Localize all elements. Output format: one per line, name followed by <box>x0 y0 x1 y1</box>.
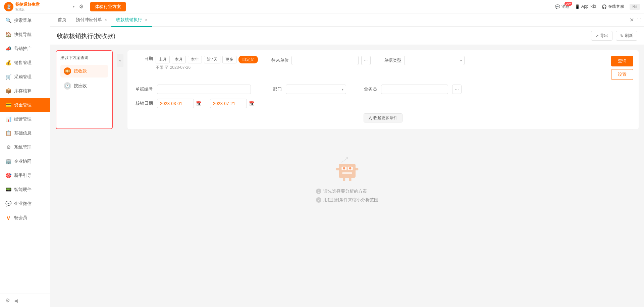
dept-select[interactable] <box>286 85 346 94</box>
sidebar-item-enterprise[interactable]: 🏢 企业协同 <box>0 154 50 168</box>
top-bar: 🐰 畅捷通好生意 标准版 placeholder ▾ ⚙ 体验行业方案 💬 消息… <box>0 0 644 13</box>
main-content: 首页 预付冲应付单 × 收款核销执行 × ✕ ⛶ 收款核销执行(按收款) <box>50 13 644 307</box>
sidebar-item-beginner[interactable]: 🎯 新手引导 <box>0 168 50 183</box>
date-7days-btn[interactable]: 近7天 <box>204 56 220 63</box>
tab-receipt-cancel-close[interactable]: × <box>145 18 147 22</box>
sidebar-item-quick-nav[interactable]: 🏠 快捷导航 <box>0 28 50 42</box>
dept-label: 部门 <box>262 86 282 92</box>
counterpart-input[interactable] <box>291 56 359 65</box>
date-custom-badge[interactable]: 自定义 <box>238 56 258 63</box>
svg-point-4 <box>349 167 352 169</box>
date-label: 日期 <box>133 56 153 62</box>
date-more-btn[interactable]: 更多 <box>222 56 236 63</box>
brand-arrow: ▾ <box>73 4 75 9</box>
empty-state: 1 请先选择要分析的方案 2 用[过滤]条件来缩小分析范围 <box>56 129 639 230</box>
logo-text: 畅捷通好生意 标准版 <box>15 2 40 12</box>
page: 收款核销执行(按收款) ↗ 导出 ↻ 刷新 按以 <box>50 27 644 307</box>
member-icon: V <box>5 215 11 221</box>
finance-icon: 💳 <box>5 102 11 108</box>
tab-bar: 首页 预付冲应付单 × 收款核销执行 × ✕ ⛶ <box>50 13 644 27</box>
tab-home[interactable]: 首页 <box>53 13 71 27</box>
tab-prepay[interactable]: 预付冲应付单 × <box>71 13 111 27</box>
sidebar-item-purchase[interactable]: 🛒 采购管理 <box>0 70 50 84</box>
purchase-icon: 🛒 <box>5 74 11 80</box>
tab-prepay-close[interactable]: × <box>105 18 107 22</box>
doc-type-label: 单据类型 <box>381 57 401 63</box>
export-btn[interactable]: ↗ 导出 <box>591 31 612 41</box>
top-bar-right: 💬 消息 99+ 📱 App下载 🎧 在线客服 Rit <box>555 4 640 10</box>
collapse-more-btn[interactable]: ⋀ 收起更多条件 <box>364 113 402 122</box>
empty-tip-1: 1 请先选择要分析的方案 <box>316 188 378 194</box>
message-icon: 💬 <box>555 4 560 9</box>
filter-collapse-btn[interactable]: « <box>117 54 123 67</box>
verify-date-start-input[interactable] <box>157 99 194 108</box>
sidebar-item-wechat[interactable]: 💬 企业微信 <box>0 197 50 211</box>
verify-date-end-input[interactable] <box>210 99 247 108</box>
verify-date-start-cal-icon[interactable]: 📅 <box>196 101 202 106</box>
date-this-month-btn[interactable]: 本月 <box>172 56 186 63</box>
window-expand-btn[interactable]: ⛶ <box>637 17 641 23</box>
online-service-item[interactable]: 🎧 在线客服 <box>602 4 624 9</box>
date-last-month-btn[interactable]: 上月 <box>156 56 170 63</box>
sidebar-item-business[interactable]: 📊 经营管理 <box>0 112 50 126</box>
doc-no-label: 单据编号 <box>133 86 153 92</box>
sidebar-collapse-icon[interactable]: ◀ <box>14 298 18 303</box>
doc-type-select[interactable] <box>404 56 465 65</box>
sidebar-item-member[interactable]: V 畅会员 <box>0 211 50 225</box>
collapse-up-icon: ⋀ <box>369 116 372 120</box>
sidebar-item-basic-info[interactable]: 📋 基础信息 <box>0 126 50 140</box>
message-icon-item[interactable]: 💬 消息 99+ <box>555 4 570 9</box>
beginner-icon: 🎯 <box>5 172 11 178</box>
staff-input[interactable] <box>381 85 448 94</box>
filter-left: 按以下方案查询 💴 按收款 🕐 按应收 <box>56 50 113 129</box>
sidebar: 🔍 搜索菜单 🏠 快捷导航 📣 营销推广 💰 销售管理 🛒 采购管理 📦 库存核… <box>0 13 50 307</box>
verify-date-end-cal-icon[interactable]: 📅 <box>249 101 255 106</box>
sidebar-item-search[interactable]: 🔍 搜索菜单 <box>0 13 50 28</box>
user-name[interactable]: Rit <box>630 4 640 10</box>
date-this-year-btn[interactable]: 本年 <box>188 56 202 63</box>
window-close-btn[interactable]: ✕ <box>630 17 634 23</box>
sidebar-item-system[interactable]: ⚙ 系统管理 <box>0 140 50 154</box>
tab-receipt-cancel[interactable]: 收款核销执行 × <box>111 13 152 27</box>
content-area: 按以下方案查询 💴 按收款 🕐 按应收 « <box>50 45 644 235</box>
page-header-actions: ↗ 导出 ↻ 刷新 <box>591 31 637 45</box>
sidebar-item-hardware[interactable]: 📟 智能硬件 <box>0 183 50 197</box>
settings-btn[interactable]: 设置 <box>611 69 633 80</box>
service-icon: 🎧 <box>602 4 607 9</box>
tip-num-2: 2 <box>316 197 321 203</box>
doc-no-input[interactable] <box>157 85 251 94</box>
empty-tips: 1 请先选择要分析的方案 2 用[过滤]条件来缩小分析范围 <box>316 188 378 203</box>
filter-option-by-receipt[interactable]: 💴 按收款 <box>60 65 108 78</box>
sidebar-item-inventory[interactable]: 📦 库存核算 <box>0 84 50 98</box>
enterprise-icon: 🏢 <box>5 158 11 164</box>
logo-icon: 🐰 <box>4 2 13 11</box>
sidebar-item-sales[interactable]: 💰 销售管理 <box>0 56 50 70</box>
query-btn[interactable]: 查询 <box>611 56 633 66</box>
filter-option-by-receivable[interactable]: 🕐 按应收 <box>60 80 108 92</box>
hardware-icon: 📟 <box>5 187 11 193</box>
date-separator: — <box>204 101 208 106</box>
app-download-item[interactable]: 📱 App下载 <box>575 4 596 9</box>
wechat-icon: 💬 <box>5 201 11 207</box>
sidebar-item-finance[interactable]: 💳 资金管理 <box>0 98 50 112</box>
sidebar-item-marketing[interactable]: 📣 营销推广 <box>0 42 50 56</box>
sidebar-settings-icon[interactable]: ⚙ <box>5 297 10 304</box>
svg-rect-9 <box>349 178 352 181</box>
svg-rect-0 <box>339 164 356 178</box>
action-buttons: 查询 设置 <box>611 56 633 80</box>
marketing-icon: 📣 <box>5 46 11 52</box>
by-receipt-icon: 💴 <box>64 67 71 75</box>
search-icon: 🔍 <box>5 17 11 23</box>
staff-more-btn[interactable]: ··· <box>452 85 462 94</box>
home-icon: 🏠 <box>5 32 11 38</box>
settings-icon[interactable]: ⚙ <box>76 2 86 12</box>
counterpart-more-btn[interactable]: ··· <box>361 56 371 65</box>
by-receivable-icon: 🕐 <box>64 82 71 90</box>
refresh-btn[interactable]: ↻ 刷新 <box>616 31 637 41</box>
tip-num-1: 1 <box>316 189 321 194</box>
filter-right: 日期 上月 本月 本年 近7天 更多 自定义 <box>127 50 639 129</box>
verify-date-label: 核销日期 <box>133 100 153 106</box>
business-icon: 📊 <box>5 116 11 122</box>
industry-btn[interactable]: 体验行业方案 <box>90 2 126 11</box>
dept-select-wrapper: ▾ <box>286 85 346 94</box>
